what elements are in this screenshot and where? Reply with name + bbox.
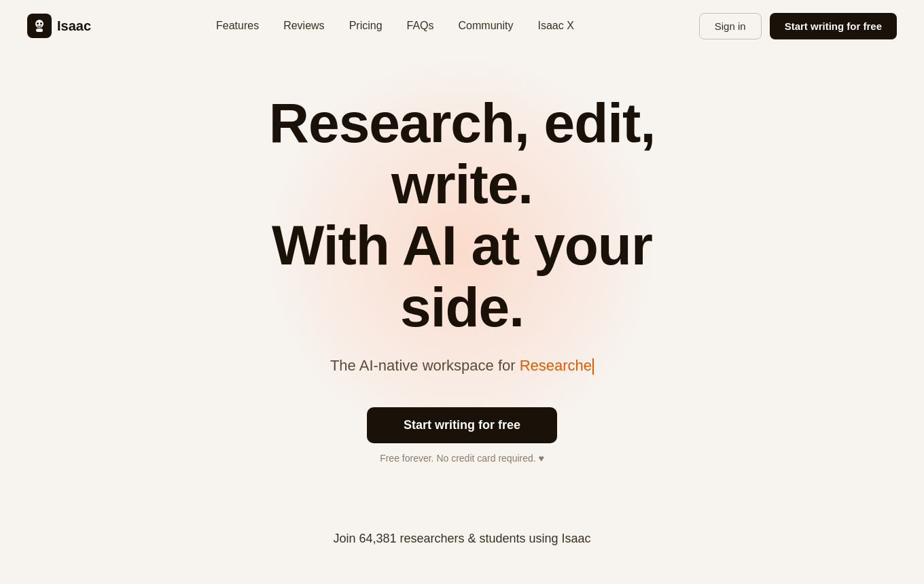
hero-cta: Start writing for free Free forever. No … xyxy=(269,407,655,464)
nav-link-features[interactable]: Features xyxy=(216,20,259,31)
logo-label: Isaac xyxy=(57,18,91,34)
svg-rect-1 xyxy=(36,29,43,32)
fine-print: Free forever. No credit card required. ♥ xyxy=(269,453,655,464)
hero-title: Research, edit, write. With AI at your s… xyxy=(269,92,655,338)
svg-point-2 xyxy=(37,22,39,24)
logo-icon xyxy=(27,14,52,38)
hero-content: Research, edit, write. With AI at your s… xyxy=(269,92,655,464)
nav-link-reviews[interactable]: Reviews xyxy=(283,20,324,31)
nav-link-isaac-x[interactable]: Isaac X xyxy=(537,20,573,31)
typing-cursor xyxy=(592,358,594,375)
join-banner: Join 64,381 researchers & students using… xyxy=(0,491,924,560)
join-text: Join 64,381 researchers & students using… xyxy=(333,532,590,545)
nav-link-faqs[interactable]: FAQs xyxy=(407,20,434,31)
nav-actions: Sign in Start writing for free xyxy=(699,13,897,39)
start-writing-hero-button[interactable]: Start writing for free xyxy=(367,407,557,443)
navbar: Isaac Features Reviews Pricing FAQs Comm… xyxy=(0,0,924,52)
subtitle-typed: Researche xyxy=(520,357,594,374)
logo-link[interactable]: Isaac xyxy=(27,14,91,38)
start-writing-nav-button[interactable]: Start writing for free xyxy=(770,13,897,39)
sign-in-button[interactable]: Sign in xyxy=(699,13,762,39)
hero-subtitle: The AI-native workspace for Researche xyxy=(269,357,655,375)
nav-links: Features Reviews Pricing FAQs Community … xyxy=(216,20,574,32)
svg-point-3 xyxy=(40,22,42,24)
nav-link-pricing[interactable]: Pricing xyxy=(349,20,383,31)
subtitle-prefix: The AI-native workspace for xyxy=(330,357,520,374)
hero-section: Research, edit, write. With AI at your s… xyxy=(0,52,924,491)
nav-link-community[interactable]: Community xyxy=(459,20,514,31)
